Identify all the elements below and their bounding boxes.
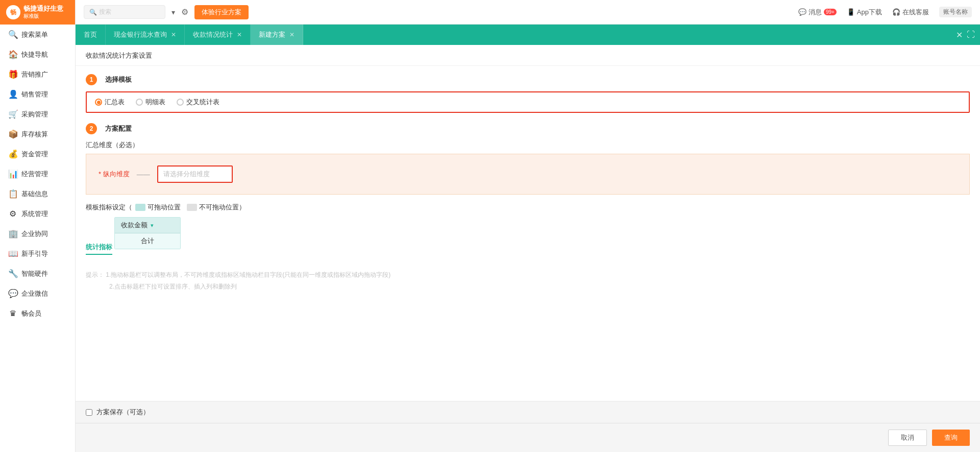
sidebar-item-label: 畅会员 <box>21 309 41 318</box>
user-icon: 👤 <box>8 89 17 99</box>
hint-1: 提示： 1.拖动标题栏可以调整布局，不可跨维度或指标区域拖动栏目字段(只能在同一… <box>86 269 970 281</box>
metrics-table-header[interactable]: 收款金额 ▾ <box>115 218 180 233</box>
sidebar-item-label: 搜索菜单 <box>21 30 48 39</box>
dimension-row: * 纵向维度 —— 请选择分组维度 <box>99 165 957 183</box>
sidebar-item-purchase[interactable]: 🛒 采购管理 <box>0 104 75 124</box>
legend-draggable-item: 可拖动位置 <box>135 203 181 212</box>
save-label: 方案保存（可选） <box>96 408 150 417</box>
sidebar-item-label: 基础信息 <box>21 189 48 199</box>
arrow-icon: —— <box>137 171 150 178</box>
tabbar-actions: ✕ ⛶ <box>951 25 980 45</box>
sidebar-item-label: 营销推广 <box>21 70 48 79</box>
trial-button[interactable]: 体验行业方案 <box>194 5 249 19</box>
sidebar-item-wechat[interactable]: 💬 企业微信 <box>0 283 75 303</box>
sidebar-item-basic[interactable]: 📋 基础信息 <box>0 184 75 204</box>
save-section: 方案保存（可选） <box>76 401 980 423</box>
template-select-box: 汇总表 明细表 交叉统计表 <box>86 91 970 113</box>
tab-home[interactable]: 首页 <box>76 25 106 45</box>
sidebar-item-search[interactable]: 🔍 搜索菜单 <box>0 25 75 44</box>
settings-icon[interactable]: ⚙ <box>181 7 188 17</box>
query-button[interactable]: 查询 <box>932 430 970 446</box>
notification-item[interactable]: 💬 消息 99+ <box>798 8 837 17</box>
download-icon: 📱 <box>847 8 855 16</box>
tab-receipt[interactable]: 收款情况统计 ✕ <box>185 25 251 45</box>
logo-icon: 畅 <box>6 5 20 19</box>
window-close-icon[interactable]: ✕ <box>956 30 963 40</box>
tab-receipt-label: 收款情况统计 <box>193 30 233 39</box>
sidebar-item-label: 销售管理 <box>21 90 48 99</box>
sidebar-item-system[interactable]: ⚙ 系统管理 <box>0 204 75 224</box>
legend-fixed-item: 不可拖动位置） <box>187 203 246 212</box>
topbar: 🔍 搜索 ▾ ⚙ 体验行业方案 💬 消息 99+ 📱 App下载 🎧 在线客服 … <box>76 0 980 25</box>
user-account[interactable]: 账号名称 <box>939 7 972 17</box>
sidebar-item-sales[interactable]: 👤 销售管理 <box>0 84 75 104</box>
dimension-section-label: 汇总维度（必选） <box>76 140 980 154</box>
gear-icon: ⚙ <box>8 209 17 219</box>
radio-cross-circle <box>177 99 184 106</box>
service-icon: 🎧 <box>892 8 900 16</box>
gift-icon: 🎁 <box>8 69 17 79</box>
tab-new-plan[interactable]: 新建方案 ✕ <box>251 25 303 45</box>
page-title: 收款情况统计方案设置 <box>76 45 980 66</box>
metrics-label-prefix: 模板指标设定（ <box>86 203 132 212</box>
sidebar-item-operation[interactable]: 📊 经营管理 <box>0 164 75 184</box>
search-placeholder: 搜索 <box>99 8 111 16</box>
tab-cashflow[interactable]: 现金银行流水查询 ✕ <box>106 25 185 45</box>
cart-icon: 🛒 <box>8 109 17 119</box>
cancel-button[interactable]: 取消 <box>888 430 927 446</box>
search-icon: 🔍 <box>8 30 17 39</box>
metrics-table-row: 合计 <box>115 233 180 249</box>
download-item[interactable]: 📱 App下载 <box>847 8 882 17</box>
hint-2: 2.点击标题栏下拉可设置排序、插入列和删除列 <box>86 281 970 293</box>
dimension-label-text: 汇总维度（必选） <box>86 141 139 149</box>
tab-cashflow-label: 现金银行流水查询 <box>114 30 167 39</box>
tab-cashflow-close[interactable]: ✕ <box>171 31 176 38</box>
metrics-header-text: 收款金额 <box>121 221 148 230</box>
sidebar-item-marketing[interactable]: 🎁 营销推广 <box>0 64 75 84</box>
search-dropdown-icon[interactable]: ▾ <box>172 8 175 16</box>
sidebar-item-label: 快捷导航 <box>21 50 48 59</box>
service-label: 在线客服 <box>902 8 929 17</box>
save-checkbox[interactable] <box>86 409 92 416</box>
notification-badge: 99+ <box>824 9 837 15</box>
dimension-select[interactable]: 请选择分组维度 <box>157 165 233 183</box>
sidebar-item-label: 采购管理 <box>21 110 48 119</box>
fixed-legend-box <box>187 204 197 211</box>
logo-badge: 标准版 <box>23 13 63 20</box>
sidebar-item-enterprise[interactable]: 🏢 企业协同 <box>0 224 75 244</box>
sidebar-item-label: 资金管理 <box>21 150 48 159</box>
sidebar: 畅 畅捷通好生意 标准版 🔍 搜索菜单 🏠 快捷导航 🎁 营销推广 👤 销售管理… <box>0 0 76 452</box>
sidebar-item-quick-nav[interactable]: 🏠 快捷导航 <box>0 44 75 64</box>
search-box[interactable]: 🔍 搜索 <box>84 5 165 19</box>
tab-receipt-close[interactable]: ✕ <box>237 31 242 38</box>
step1-section: 1 选择模板 <box>76 66 980 91</box>
book-icon: 📖 <box>8 249 17 258</box>
radio-detail[interactable]: 明细表 <box>136 98 165 107</box>
sidebar-item-hardware[interactable]: 🔧 智能硬件 <box>0 264 75 283</box>
sidebar-item-guide[interactable]: 📖 新手引导 <box>0 244 75 264</box>
radio-cross[interactable]: 交叉统计表 <box>177 98 219 107</box>
hints-section: 提示： 1.拖动标题栏可以调整布局，不可跨维度或指标区域拖动栏目字段(只能在同一… <box>76 267 980 301</box>
service-item[interactable]: 🎧 在线客服 <box>892 8 929 17</box>
tab-new-plan-close[interactable]: ✕ <box>289 31 295 38</box>
sidebar-item-member[interactable]: ♛ 畅会员 <box>0 303 75 323</box>
footer: 取消 查询 <box>76 423 980 452</box>
window-maximize-icon[interactable]: ⛶ <box>967 30 975 39</box>
radio-detail-circle <box>136 99 143 106</box>
stats-section-label: 统计指标 <box>86 243 112 255</box>
content-area: 收款情况统计方案设置 1 选择模板 汇总表 明细表 交叉统计 <box>76 45 980 452</box>
tabbar: 首页 现金银行流水查询 ✕ 收款情况统计 ✕ 新建方案 ✕ ✕ ⛶ <box>76 25 980 45</box>
metrics-dropdown-icon[interactable]: ▾ <box>151 222 154 229</box>
draggable-legend-box <box>135 204 145 211</box>
sidebar-item-label: 经营管理 <box>21 170 48 179</box>
sidebar-item-inventory[interactable]: 📦 库存核算 <box>0 124 75 144</box>
metrics-table: 收款金额 ▾ 合计 <box>114 217 181 249</box>
radio-summary[interactable]: 汇总表 <box>95 98 125 107</box>
radio-detail-label: 明细表 <box>145 98 165 107</box>
step1-number: 1 <box>86 74 97 85</box>
chart-icon: 📊 <box>8 169 17 179</box>
crown-icon: ♛ <box>8 308 17 318</box>
radio-summary-circle <box>95 99 102 106</box>
box-icon: 📦 <box>8 129 17 139</box>
sidebar-item-finance[interactable]: 💰 资金管理 <box>0 144 75 164</box>
